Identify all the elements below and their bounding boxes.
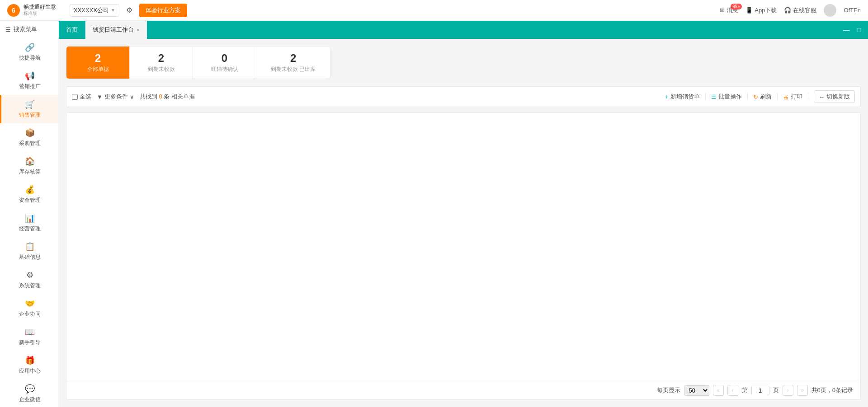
tab-bar: 首页 钱货日清工作台 × — □ [59,21,868,39]
select-all-checkbox[interactable]: 全选 [72,93,91,101]
sidebar-item-appstore[interactable]: 🎁 应用中心 [0,351,58,379]
prev-page-btn[interactable]: ‹ [727,385,738,396]
toolbar: 全选 ▼ 更多条件 ∨ 共找到 0 条 相关单据 [66,86,861,107]
layout: ☰ 搜索菜单 🔗 快捷导航 📢 营销推广 🛒 销售管理 📦 采购管理 🏠 库存核… [0,21,868,407]
sidebar-item-purchase[interactable]: 📦 采购管理 [0,123,58,152]
app-download-btn[interactable]: 📱 App下载 [745,6,777,14]
found-unit: 条 [164,93,170,100]
refresh-btn[interactable]: ↻ 刷新 [753,93,772,101]
stat-shipped-label: 到期未收款 已出库 [271,65,316,73]
page-input[interactable] [751,386,769,395]
tab-maximize-btn[interactable]: □ [854,24,864,35]
pagination: 每页显示 50 100 200 « ‹ 第 页 [66,381,860,399]
company-dropdown-arrow: ▼ [111,8,115,13]
found-zero: 0 [159,93,162,100]
first-page-btn[interactable]: « [713,385,724,396]
username: OfTEn [844,7,861,14]
per-page-label: 每页显示 [657,386,680,394]
logo-icon: 6 [7,4,20,17]
sidebar-item-basics[interactable]: 📋 基础信息 [0,237,58,266]
wechat-icon: 💬 [25,384,35,394]
sidebar-item-enterprise[interactable]: 🤝 企业协同 [0,294,58,323]
tab-close-icon[interactable]: × [137,27,139,33]
logo-area: 6 畅捷通好生意 标准版 [7,4,66,17]
sidebar-item-guide[interactable]: 📖 新手引导 [0,323,58,351]
page-end: 页 [773,386,779,394]
switch-new-btn[interactable]: ↔ 切换新版 [814,90,855,103]
found-prefix: 共找到 [140,93,157,100]
search-menu-item[interactable]: ☰ 搜索菜单 [0,21,58,38]
divider-1 [705,93,706,100]
select-all-input[interactable] [72,94,78,100]
total-info: 共0页，0条记录 [811,386,853,394]
stat-all-number: 2 [95,52,101,65]
finance-icon: 💰 [25,185,35,195]
sidebar-item-label: 经营管理 [19,225,41,233]
top-right: ✉ 消息 99+ 📱 App下载 🎧 在线客服 OfTEn [720,4,861,17]
stat-overdue-label: 到期未收款 [148,65,175,73]
marketing-icon: 📢 [25,71,35,81]
sidebar-item-operations[interactable]: 📊 经营管理 [0,209,58,237]
online-service-btn[interactable]: 🎧 在线客服 [784,6,816,14]
page-size-select[interactable]: 50 100 200 [684,385,709,396]
add-sale-btn[interactable]: + 新增销货单 [665,93,700,101]
company-name: XXXXXX公司 [74,6,109,14]
last-page-btn[interactable]: » [797,385,808,396]
sidebar-item-wechat[interactable]: 💬 企业微信 [0,379,58,407]
stat-all[interactable]: 2 全部单据 [66,47,130,79]
search-icon: ☰ [5,26,11,33]
add-sale-label: 新增销货单 [670,93,700,101]
tab-cash-flow[interactable]: 钱货日清工作台 × [85,21,147,39]
print-btn[interactable]: 🖨 打印 [783,93,802,101]
service-icon: 🎧 [784,7,791,14]
experience-btn[interactable]: 体验行业方案 [139,4,187,17]
app-download-label: App下载 [755,6,777,14]
content-area: 2 全部单据 2 到期未收款 0 旺辅待确认 2 到期未收款 已出库 [59,39,868,407]
batch-label: 批量操作 [718,93,742,101]
sidebar-item-inventory[interactable]: 🏠 库存核算 [0,152,58,180]
messages-btn[interactable]: ✉ 消息 99+ [720,6,738,14]
sidebar: ☰ 搜索菜单 🔗 快捷导航 📢 营销推广 🛒 销售管理 📦 采购管理 🏠 库存核… [0,21,59,407]
sidebar-item-label: 基础信息 [19,253,41,261]
sidebar-item-system[interactable]: ⚙ 系统管理 [0,266,58,294]
system-icon: ⚙ [26,270,33,280]
purchase-icon: 📦 [25,128,35,138]
settings-icon-btn[interactable]: ⚙ [123,4,136,17]
tab-minimize-btn[interactable]: — [841,24,852,35]
sidebar-item-label: 资金管理 [19,196,41,204]
stat-shipped-number: 2 [290,52,296,65]
filter-arrow-icon: ∨ [130,94,134,100]
filter-btn[interactable]: ▼ 更多条件 ∨ [97,93,134,101]
stat-overdue-number: 2 [158,52,164,65]
batch-btn[interactable]: ☰ 批量操作 [711,93,742,101]
stat-shipped[interactable]: 2 到期未收款 已出库 [256,47,330,79]
sidebar-item-shortcuts[interactable]: 🔗 快捷导航 [0,38,58,66]
toolbar-left: 全选 ▼ 更多条件 ∨ 共找到 0 条 相关单据 [72,93,195,101]
sidebar-item-label: 营销推广 [19,83,41,90]
tab-home[interactable]: 首页 [59,21,85,39]
sidebar-item-sales[interactable]: 🛒 销售管理 [0,95,58,123]
stat-overdue[interactable]: 2 到期未收款 [130,47,193,79]
message-icon: ✉ [720,7,725,14]
sidebar-item-label: 销售管理 [19,111,41,119]
tab-cash-flow-label: 钱货日清工作台 [93,26,134,34]
sidebar-item-finance[interactable]: 💰 资金管理 [0,180,58,209]
sidebar-item-label: 新手引导 [19,339,41,346]
sidebar-item-label: 应用中心 [19,367,41,375]
stat-pending[interactable]: 0 旺辅待确认 [193,47,256,79]
sidebar-item-label: 采购管理 [19,140,41,147]
switch-label: 切换新版 [826,93,850,101]
divider-2 [747,93,748,100]
batch-icon: ☰ [711,94,717,100]
sales-icon: 🛒 [25,99,35,109]
sidebar-item-marketing[interactable]: 📢 营销推广 [0,66,58,95]
operations-icon: 📊 [25,213,35,223]
company-selector[interactable]: XXXXXX公司 ▼ [70,4,119,17]
next-page-btn[interactable]: › [783,385,793,396]
filter-icon: ▼ [97,94,103,100]
table-empty-area [66,113,860,381]
search-menu-label: 搜索菜单 [14,25,37,33]
add-icon: + [665,93,669,100]
sidebar-item-label: 企业微信 [19,396,41,403]
avatar[interactable] [824,4,836,17]
